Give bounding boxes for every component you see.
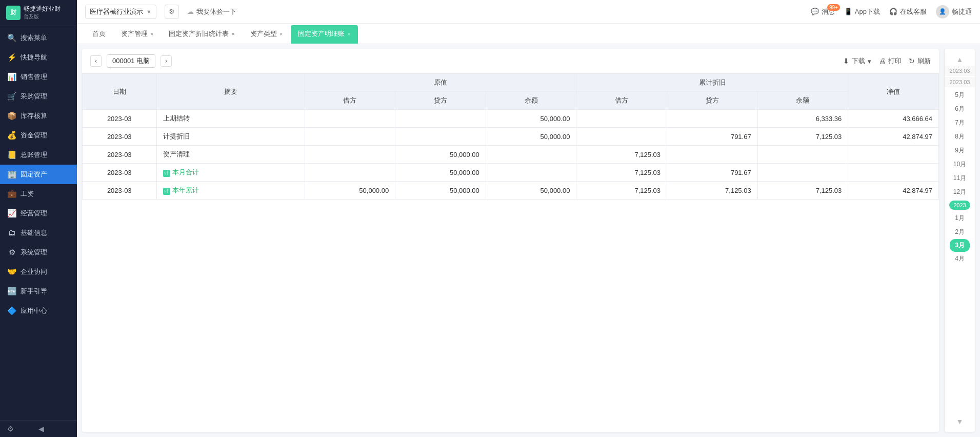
message-badge: 99+: [827, 4, 840, 11]
username: 畅捷通: [952, 7, 972, 16]
sidebar-bottom: ⚙ ◀: [0, 420, 77, 437]
cell-balance1: [486, 164, 576, 182]
sidebar-item-sales[interactable]: 📊 销售管理: [0, 67, 77, 87]
summary-text: 计提折旧: [163, 132, 190, 140]
timeline-month-9月[interactable]: 9月: [953, 144, 966, 157]
timeline-month-4月[interactable]: 4月: [950, 252, 970, 266]
content-main: ‹ 000001 电脑 › ⬇ 下载 ▾ 🖨 打印 ↻ 刷新: [82, 49, 939, 432]
timeline-month-5月[interactable]: 5月: [953, 88, 966, 102]
next-asset-button[interactable]: ›: [161, 55, 172, 67]
message-button[interactable]: 💬 消息 99+: [811, 7, 835, 16]
timeline-year-header-1: 2023.03: [945, 66, 975, 76]
table-row: 2023-03 计提折旧 50,000.00 791.67 7,125.03 4…: [83, 128, 939, 146]
col-accumulated-depreciation: 累计折旧: [576, 74, 848, 92]
cell-net: 43,666.64: [848, 110, 939, 128]
header-settings-icon[interactable]: ⚙: [165, 5, 179, 19]
sidebar-item-purchase[interactable]: 🛒 采购管理: [0, 87, 77, 106]
sidebar-item-system[interactable]: ⚙ 系统管理: [0, 243, 77, 262]
basic-icon: 🗂: [7, 228, 16, 237]
sidebar-item-operation[interactable]: 📈 经营管理: [0, 204, 77, 223]
cell-debit1: [305, 146, 395, 164]
user-profile[interactable]: 👤 畅捷通: [936, 5, 972, 18]
customer-service-button[interactable]: 🎧 在线客服: [889, 7, 927, 16]
tab-depreciation-table[interactable]: 固定资产折旧统计表×: [162, 25, 242, 44]
prev-asset-button[interactable]: ‹: [90, 55, 102, 67]
sidebar-item-fixed[interactable]: 🏢 固定资产: [0, 165, 77, 184]
cell-debit1: [305, 164, 395, 182]
experience-button[interactable]: ☁ 我要体验一下: [187, 7, 236, 16]
download-button[interactable]: ⬇ 下载 ▾: [843, 56, 871, 66]
summary-text: 本年累计: [172, 186, 199, 194]
timeline-month-8月[interactable]: 8月: [953, 130, 966, 144]
cell-balance1: 50,000.00: [486, 182, 576, 200]
cell-summary: 计提折旧: [156, 128, 305, 146]
table-row: 2023-03 资产清理 50,000.00 7,125.03: [83, 146, 939, 164]
timeline-month-11月[interactable]: 11月: [953, 171, 966, 185]
tab-home[interactable]: 首页: [85, 25, 113, 44]
sidebar-item-collab[interactable]: 🤝 企业协同: [0, 262, 77, 282]
tab-asset-type[interactable]: 资产类型×: [243, 25, 290, 44]
cell-credit1: 50,000.00: [395, 182, 486, 200]
sidebar-item-guide[interactable]: 🆕 新手引导: [0, 282, 77, 301]
collapse-icon[interactable]: ◀: [38, 425, 44, 433]
timeline-down-arrow[interactable]: ▼: [954, 415, 966, 428]
logo-icon: 财: [6, 6, 21, 20]
headset-icon: 🎧: [889, 8, 897, 15]
sidebar-logo: 财 畅捷通好业财 普及版: [0, 0, 77, 26]
timeline-up-arrow[interactable]: ▲: [954, 53, 966, 66]
timeline-year-label[interactable]: 2023: [949, 201, 970, 210]
cell-credit2: 791.67: [667, 164, 758, 182]
toolbar-right: ⬇ 下载 ▾ 🖨 打印 ↻ 刷新: [843, 56, 931, 66]
sidebar-item-label-quicknav: 快捷导航: [21, 53, 47, 62]
col-credit2: 贷方: [667, 92, 758, 110]
cell-credit2: 7,125.03: [667, 182, 758, 200]
print-button[interactable]: 🖨 打印: [878, 56, 902, 66]
download-chevron-icon: ▾: [868, 57, 871, 65]
search-icon: 🔍: [7, 33, 16, 43]
timeline-month-3月[interactable]: 3月: [950, 239, 970, 252]
col-net-value: 净值: [848, 74, 939, 110]
cell-balance2: [757, 164, 848, 182]
timeline-month-7月[interactable]: 7月: [953, 116, 966, 130]
logo-edition: 普及版: [24, 13, 61, 21]
tab-asset-mgmt[interactable]: 资产管理×: [114, 25, 161, 44]
cell-credit2: 791.67: [667, 128, 758, 146]
sidebar-item-capital[interactable]: 💰 资金管理: [0, 126, 77, 145]
sidebar-item-basic[interactable]: 🗂 基础信息: [0, 223, 77, 243]
sidebar-item-salary[interactable]: 💼 工资: [0, 184, 77, 204]
sidebar-item-appcenter[interactable]: 🔷 应用中心: [0, 301, 77, 321]
sidebar-item-label-collab: 企业协同: [21, 267, 47, 276]
app-download-button[interactable]: 📱 App下载: [844, 7, 880, 16]
tab-close-depreciation-table[interactable]: ×: [231, 31, 234, 37]
company-chevron-icon: ▼: [146, 9, 152, 15]
tab-asset-ledger[interactable]: 固定资产明细账×: [291, 25, 357, 44]
appcenter-icon: 🔷: [7, 306, 16, 315]
tab-close-asset-mgmt[interactable]: ×: [150, 31, 153, 37]
col-credit1: 贷方: [395, 92, 486, 110]
table-header-top: 日期 摘要 原值 累计折旧 净值: [83, 74, 939, 92]
timeline-month-2月[interactable]: 2月: [950, 225, 970, 239]
company-selector[interactable]: 医疗器械行业演示 ▼: [85, 5, 156, 19]
sidebar-item-quicknav[interactable]: ⚡ 快捷导航: [0, 48, 77, 67]
refresh-button[interactable]: ↻ 刷新: [909, 56, 931, 66]
ledger-icon: 📒: [7, 150, 16, 160]
capital-icon: 💰: [7, 131, 16, 140]
summary-text: 资产清理: [163, 150, 190, 158]
cell-debit1: [305, 128, 395, 146]
settings-icon[interactable]: ⚙: [7, 425, 14, 433]
timeline-month-1月[interactable]: 1月: [950, 211, 970, 225]
timeline-month-10月[interactable]: 10月: [953, 157, 966, 171]
cell-balance2: 7,125.03: [757, 128, 848, 146]
timeline-month-12月[interactable]: 12月: [953, 185, 966, 199]
sidebar-item-ledger[interactable]: 📒 总账管理: [0, 145, 77, 165]
cell-date: 2023-03: [83, 182, 157, 200]
logo-name: 畅捷通好业财: [24, 5, 61, 13]
timeline-month-6月[interactable]: 6月: [953, 102, 966, 116]
sidebar-item-search[interactable]: 🔍 搜索菜单: [0, 28, 77, 48]
cell-net: [848, 164, 939, 182]
tab-close-asset-ledger[interactable]: ×: [347, 31, 350, 37]
sidebar-item-inventory[interactable]: 📦 库存核算: [0, 106, 77, 126]
col-debit1: 借方: [305, 92, 395, 110]
cell-debit2: 7,125.03: [576, 164, 667, 182]
tab-close-asset-type[interactable]: ×: [279, 31, 283, 37]
